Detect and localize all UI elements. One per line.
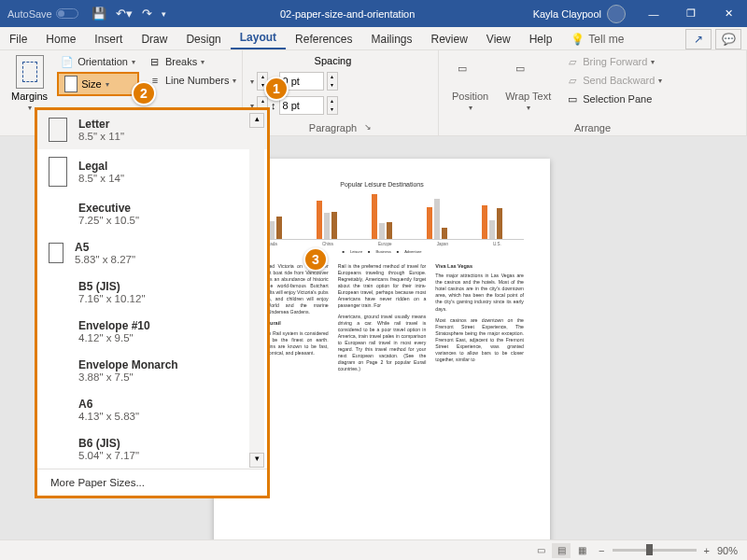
wrap-icon: ▭: [515, 63, 542, 89]
lightbulb-icon: 💡: [571, 33, 585, 46]
callout-1: 1: [264, 77, 289, 101]
comments-button[interactable]: 💬: [715, 29, 741, 49]
selection-pane-icon: ▭: [566, 92, 579, 105]
tab-insert[interactable]: Insert: [85, 29, 132, 49]
paragraph-launcher-icon[interactable]: ↘: [364, 122, 372, 133]
tab-help[interactable]: Help: [520, 29, 562, 49]
breaks-button[interactable]: ⊟Breaks▾: [145, 53, 240, 70]
callout-3: 3: [303, 247, 328, 272]
tab-layout[interactable]: Layout: [231, 27, 286, 49]
size-option-executive[interactable]: Executive7.25" x 10.5": [37, 194, 267, 233]
size-option-envelope10[interactable]: Envelope #104.12" x 9.5": [37, 312, 267, 351]
chart-title: Popular Leisure Destinations: [240, 181, 524, 188]
status-bar: ▭ ▤ ▦ − + 90%: [0, 539, 747, 560]
size-dropdown: Letter8.5" x 11" Legal8.5" x 14" Executi…: [35, 107, 270, 498]
tab-design[interactable]: Design: [176, 29, 230, 49]
selection-pane-button[interactable]: ▭Selection Pane: [562, 91, 666, 107]
share-button[interactable]: ↗: [685, 29, 712, 49]
tab-draw[interactable]: Draw: [132, 29, 176, 49]
margins-icon: [16, 55, 44, 89]
zoom-slider[interactable]: [613, 549, 697, 552]
size-option-b5[interactable]: B5 (JIS)7.16" x 10.12": [37, 273, 267, 312]
zoom-level[interactable]: 90%: [717, 545, 738, 556]
callout-2: 2: [132, 81, 156, 105]
size-option-a6[interactable]: A64.13" x 5.83": [37, 390, 267, 429]
breaks-icon: ⊟: [148, 55, 162, 68]
qat-more-icon[interactable]: ▾: [162, 9, 166, 19]
ribbon-tabs: File Home Insert Draw Design Layout Refe…: [0, 27, 747, 50]
document-title: 02-paper-size-and-orientation: [172, 8, 524, 20]
bring-forward-icon: ▱: [566, 55, 579, 68]
user-account[interactable]: Kayla Claypool: [524, 5, 635, 23]
zoom-out-button[interactable]: −: [599, 545, 604, 556]
tab-view[interactable]: View: [477, 29, 520, 49]
send-backward-button[interactable]: ▱Send Backward▾: [562, 72, 666, 89]
page-icon: [64, 76, 78, 92]
position-icon: ▭: [458, 63, 484, 89]
restore-button[interactable]: ❐: [672, 0, 710, 27]
orientation-icon: 📄: [61, 55, 74, 68]
chart: [240, 193, 524, 240]
tab-mailings[interactable]: Mailings: [361, 29, 421, 49]
size-option-envelope-monarch[interactable]: Envelope Monarch3.88" x 7.5": [37, 351, 267, 390]
redo-icon[interactable]: ↷: [142, 7, 152, 21]
spacing-label: Spacing: [315, 55, 352, 66]
send-backward-icon: ▱: [566, 74, 579, 87]
quick-access-toolbar: 💾 ↶▾ ↷ ▾: [86, 7, 172, 21]
read-mode-view-icon[interactable]: ▭: [531, 543, 550, 558]
close-button[interactable]: ✕: [710, 0, 747, 27]
autosave-toggle[interactable]: AutoSave: [0, 8, 86, 20]
more-paper-sizes[interactable]: More Paper Sizes...: [37, 469, 267, 496]
avatar-icon: [607, 5, 626, 23]
tab-home[interactable]: Home: [36, 29, 85, 49]
wrap-text-button[interactable]: ▭Wrap Text▾: [500, 53, 557, 120]
dropdown-scrollbar[interactable]: ▴▾: [249, 113, 264, 468]
paragraph-group-label: Paragraph: [309, 122, 357, 133]
tab-references[interactable]: References: [286, 29, 361, 49]
tell-me-search[interactable]: 💡Tell me: [561, 29, 685, 49]
size-button[interactable]: Size▾: [57, 72, 139, 96]
arrange-group-label: Arrange: [574, 122, 611, 133]
orientation-button[interactable]: 📄Orientation▾: [57, 53, 139, 70]
line-numbers-button[interactable]: ≡Line Numbers▾: [145, 72, 240, 89]
size-option-b6[interactable]: B6 (JIS)5.04" x 7.17": [37, 429, 267, 469]
title-bar: AutoSave 💾 ↶▾ ↷ ▾ 02-paper-size-and-orie…: [0, 0, 747, 27]
bring-forward-button[interactable]: ▱Bring Forward▾: [562, 53, 666, 70]
tab-file[interactable]: File: [0, 29, 36, 49]
position-button[interactable]: ▭Position▾: [446, 53, 494, 120]
web-layout-view-icon[interactable]: ▦: [572, 543, 591, 558]
save-icon[interactable]: 💾: [92, 7, 106, 21]
tab-review[interactable]: Review: [421, 29, 476, 49]
minimize-button[interactable]: ―: [635, 0, 672, 27]
zoom-in-button[interactable]: +: [704, 545, 710, 556]
size-option-a5[interactable]: A55.83" x 8.27": [37, 233, 267, 273]
undo-icon[interactable]: ↶▾: [116, 7, 133, 21]
print-layout-view-icon[interactable]: ▤: [552, 543, 571, 558]
size-option-letter[interactable]: Letter8.5" x 11": [37, 110, 267, 149]
size-option-legal[interactable]: Legal8.5" x 14": [37, 149, 267, 194]
